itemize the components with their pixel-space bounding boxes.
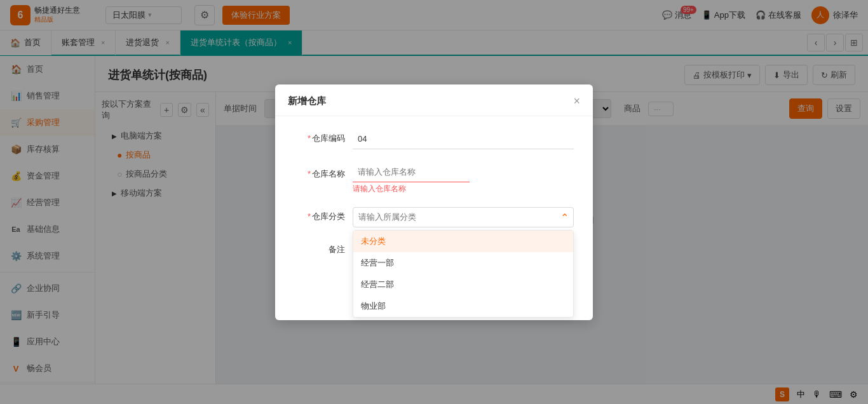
name-input[interactable]	[353, 162, 470, 182]
name-label: 仓库名称	[294, 165, 345, 180]
dropdown-item-2[interactable]: 经营二部	[353, 274, 573, 295]
name-error-msg: 请输入仓库名称	[353, 184, 406, 193]
category-dropdown: 未分类 经营一部 经营二部 物业部	[353, 230, 574, 318]
category-input[interactable]	[353, 207, 574, 227]
dropdown-item-1[interactable]: 经营一部	[353, 252, 573, 274]
code-input[interactable]	[353, 129, 574, 149]
select-arrow-icon[interactable]: ⌃	[560, 211, 569, 223]
category-label: 仓库分类	[294, 207, 345, 222]
form-row-code: 仓库编码	[294, 129, 574, 149]
form-row-category: 仓库分类 ⌃ 未分类 经营一部 经营二部 物业部	[294, 207, 574, 227]
modal-title: 新增仓库	[288, 95, 326, 107]
category-select-wrapper: ⌃ 未分类 经营一部 经营二部 物业部	[353, 207, 574, 227]
modal-overlay[interactable]: 新增仓库 × 仓库编码 仓库名称 请输入仓库名称 仓库分类	[0, 0, 868, 404]
new-warehouse-modal: 新增仓库 × 仓库编码 仓库名称 请输入仓库名称 仓库分类	[275, 84, 593, 320]
form-row-name: 仓库名称 请输入仓库名称	[294, 162, 574, 194]
code-label: 仓库编码	[294, 129, 345, 144]
dropdown-item-0[interactable]: 未分类	[353, 231, 573, 252]
dropdown-item-3[interactable]: 物业部	[353, 295, 573, 317]
notes-label: 备注	[294, 240, 345, 255]
modal-close-button[interactable]: ×	[573, 95, 580, 108]
modal-header: 新增仓库 ×	[275, 84, 593, 116]
modal-body: 仓库编码 仓库名称 请输入仓库名称 仓库分类 ⌃	[275, 116, 593, 279]
